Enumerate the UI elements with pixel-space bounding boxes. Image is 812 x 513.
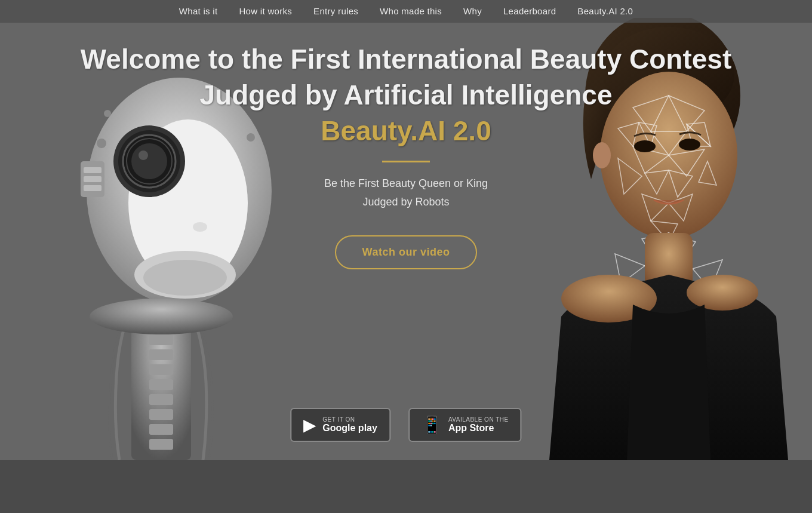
nav-item-why[interactable]: Why: [463, 6, 482, 17]
google-play-icon: ▶: [303, 415, 316, 435]
svg-point-59: [687, 275, 758, 311]
nav-item-entry-rules[interactable]: Entry rules: [313, 6, 358, 17]
app-badges: ▶ GET IT ON Google play 📱 Available on t…: [290, 408, 521, 442]
nav-link-leaderboard[interactable]: Leaderboard: [503, 6, 556, 16]
svg-rect-6: [149, 379, 173, 390]
below-hero-section: [0, 460, 812, 513]
nav-link-why[interactable]: Why: [463, 6, 482, 16]
svg-rect-9: [149, 424, 173, 435]
svg-rect-10: [149, 439, 173, 450]
hero-subtitle-line2: Judged by Robots: [362, 196, 449, 208]
svg-rect-4: [149, 349, 173, 360]
nav-link-what-is-it[interactable]: What is it: [179, 6, 218, 16]
hero-title-line2: Judged by Artificial Intelligence: [200, 79, 613, 110]
svg-rect-5: [149, 364, 173, 375]
app-store-label: App Store: [448, 423, 509, 434]
nav-item-beauty-ai[interactable]: Beauty.AI 2.0: [577, 6, 633, 17]
nav-item-how-it-works[interactable]: How it works: [239, 6, 292, 17]
nav-link-who-made-this[interactable]: Who made this: [380, 6, 442, 16]
google-play-text: GET IT ON Google play: [322, 416, 377, 434]
hero-content: Welcome to the First International Beaut…: [81, 36, 732, 269]
svg-rect-8: [149, 409, 173, 420]
nav-link-entry-rules[interactable]: Entry rules: [313, 6, 358, 16]
hero-subtitle-line1: Be the First Beauty Queen or King: [324, 177, 488, 189]
hero-title-line3: Beauty.AI 2.0: [321, 115, 491, 146]
hero-subtitle: Be the First Beauty Queen or King Judged…: [81, 174, 732, 211]
nav-item-who-made-this[interactable]: Who made this: [380, 6, 442, 17]
svg-point-30: [90, 299, 233, 334]
app-store-pre-label: Available on the: [448, 416, 509, 423]
main-nav: What is it How it works Entry rules Who …: [0, 0, 812, 23]
app-store-text: Available on the App Store: [448, 416, 509, 434]
nav-item-leaderboard[interactable]: Leaderboard: [503, 6, 556, 17]
app-store-badge[interactable]: 📱 Available on the App Store: [408, 408, 522, 442]
hero-title: Welcome to the First International Beaut…: [81, 42, 732, 149]
google-play-badge[interactable]: ▶ GET IT ON Google play: [290, 408, 390, 442]
google-play-label: Google play: [322, 423, 377, 434]
google-play-pre-label: GET IT ON: [322, 416, 377, 423]
nav-link-how-it-works[interactable]: How it works: [239, 6, 292, 16]
nav-item-what-is-it[interactable]: What is it: [179, 6, 218, 17]
watch-video-button[interactable]: Watch our video: [335, 235, 478, 269]
hero-section: Welcome to the First International Beaut…: [0, 0, 812, 460]
hero-divider: [382, 161, 430, 162]
svg-rect-3: [149, 334, 173, 345]
hero-title-line1: Welcome to the First International Beaut…: [81, 44, 732, 75]
apple-icon: 📱: [422, 415, 442, 435]
nav-link-beauty-ai[interactable]: Beauty.AI 2.0: [577, 6, 633, 16]
svg-rect-7: [149, 394, 173, 405]
nav-links: What is it How it works Entry rules Who …: [179, 6, 633, 17]
